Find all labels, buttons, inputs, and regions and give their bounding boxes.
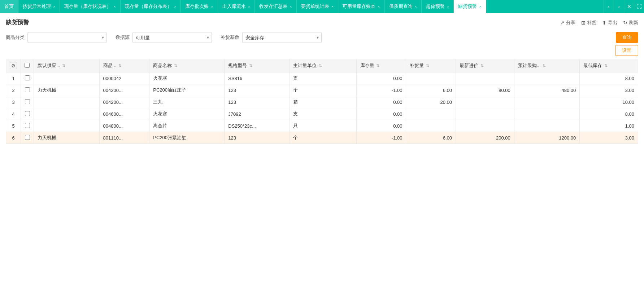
td-checkbox[interactable] — [21, 72, 34, 84]
td-row-num: 4 — [6, 108, 21, 120]
nav-tab-home[interactable]: 首页 — [0, 0, 18, 13]
filter-left: 商品分类 数据源 可用量 库存量 — [6, 32, 609, 47]
td-checkbox[interactable] — [21, 96, 34, 108]
nav-tab-inventory-status[interactable]: 现存量（库存状况表） × — [60, 0, 120, 13]
td-code: 0000042 — [99, 72, 149, 84]
refresh-button[interactable]: ↻ 刷新 — [623, 19, 638, 26]
sort-code-icon: ⇅ — [118, 63, 122, 68]
query-button[interactable]: 查询 — [616, 32, 638, 43]
category-label: 商品分类 — [6, 34, 25, 41]
datasource-select[interactable]: 可用量 库存量 — [132, 32, 212, 43]
close-exception-tab[interactable]: × — [53, 4, 55, 9]
row-checkbox[interactable] — [25, 135, 30, 140]
th-checkbox[interactable] — [21, 59, 34, 72]
nav-expand-button[interactable]: ⛶ — [634, 0, 644, 13]
td-supplier: 力天机械 — [34, 132, 100, 144]
td-supplier — [34, 108, 100, 120]
td-est-purchase — [514, 120, 580, 132]
filter-row-1: 商品分类 数据源 可用量 库存量 — [6, 32, 609, 43]
close-available-ledger-tab[interactable]: × — [378, 4, 380, 9]
nav-tab-collect-summary[interactable]: 收发存汇总表 × — [255, 0, 296, 13]
nav-tab-available-ledger[interactable]: 可用量库存账本 × — [338, 0, 384, 13]
td-code: 801110... — [99, 132, 149, 144]
category-select[interactable] — [27, 32, 107, 43]
th-latest-price[interactable]: 最新进价 ⇅ — [456, 59, 514, 72]
row-checkbox[interactable] — [25, 123, 30, 128]
close-inout-tab[interactable]: × — [248, 4, 250, 9]
table-row: 1 0000042 火花塞 SS816 支 0.00 8.00 — [6, 72, 638, 84]
close-inventory-status-tab[interactable]: × — [113, 4, 116, 9]
close-inventory-dist-tab[interactable]: × — [174, 4, 176, 9]
sort-est-purchase-icon: ⇅ — [543, 63, 546, 68]
row-checkbox[interactable] — [25, 111, 30, 116]
th-spec[interactable]: 规格型号 ⇅ — [225, 59, 290, 72]
close-expiry-tab[interactable]: × — [415, 4, 417, 9]
td-checkbox[interactable] — [21, 84, 34, 96]
header-actions: ↗ 分享 ⊞ 补货 ⬆ 导出 ↻ 刷新 — [560, 19, 638, 26]
th-replenish[interactable]: 补货量 ⇅ — [406, 59, 456, 72]
th-est-purchase[interactable]: 预计采购... ⇅ — [514, 59, 580, 72]
td-checkbox[interactable] — [21, 120, 34, 132]
td-replenish: 20.00 — [406, 96, 456, 108]
row-checkbox[interactable] — [25, 99, 30, 104]
replenish-base-select[interactable]: 安全库存 最低库存 — [242, 32, 322, 43]
nav-tab-expiry[interactable]: 保质期查询 × — [385, 0, 422, 13]
nav-close-button[interactable]: ✕ — [624, 0, 634, 13]
filter-right: 查询 设置 — [615, 32, 638, 56]
close-overstock-tab[interactable]: × — [447, 4, 449, 9]
td-replenish — [406, 108, 456, 120]
select-all-checkbox[interactable] — [25, 63, 30, 68]
td-row-num: 3 — [6, 96, 21, 108]
table-row: 2 力天机械 004200... PC200油缸庄子 123 个 -1.00 6… — [6, 84, 638, 96]
th-min-stock[interactable]: 最低库存 ⇅ — [580, 59, 638, 72]
replenish-button[interactable]: ⊞ 补货 — [581, 19, 596, 26]
td-replenish: 6.00 — [406, 84, 456, 96]
close-order-stats-tab[interactable]: × — [331, 4, 334, 9]
row-checkbox[interactable] — [25, 87, 30, 92]
page-title: 缺货预警 — [6, 19, 560, 26]
close-collect-tab[interactable]: × — [290, 4, 292, 9]
td-name: 三九 — [149, 96, 225, 108]
export-button[interactable]: ⬆ 导出 — [602, 19, 617, 26]
close-batch-tab[interactable]: × — [211, 4, 213, 9]
sort-spec-icon: ⇅ — [249, 63, 252, 68]
close-shortage-tab[interactable]: × — [479, 4, 481, 9]
nav-tab-order-stats[interactable]: 要货单统计表 × — [297, 0, 338, 13]
data-table: ⚙ 默认供应... ⇅ 商品... ⇅ 商品名称 ⇅ — [6, 59, 638, 144]
table-settings-icon[interactable]: ⚙ — [10, 62, 17, 69]
td-est-purchase: 480.00 — [514, 84, 580, 96]
nav-tab-batch-account[interactable]: 库存批次账 × — [181, 0, 218, 13]
navbar: 首页 拣货异常处理 × 现存量（库存状况表） × 现存量（库存分布表） × 库存… — [0, 0, 644, 13]
nav-tab-exception[interactable]: 拣货异常处理 × — [18, 0, 60, 13]
nav-tab-inventory-dist[interactable]: 现存量（库存分布表） × — [121, 0, 181, 13]
th-name[interactable]: 商品名称 ⇅ — [149, 59, 225, 72]
td-latest-price — [456, 96, 514, 108]
nav-next-button[interactable]: › — [614, 0, 624, 13]
td-code: 004200... — [99, 84, 149, 96]
td-est-purchase — [514, 72, 580, 84]
nav-tab-overstock[interactable]: 超储预警 × — [422, 0, 454, 13]
td-est-purchase — [514, 108, 580, 120]
td-name: 离合片 — [149, 120, 225, 132]
nav-tab-inout-flow[interactable]: 出入库流水 × — [218, 0, 255, 13]
td-min-stock: 1.00 — [580, 120, 638, 132]
td-checkbox[interactable] — [21, 132, 34, 144]
th-stock[interactable]: 库存量 ⇅ — [356, 59, 406, 72]
th-code[interactable]: 商品... ⇅ — [99, 59, 149, 72]
th-unit[interactable]: 主计量单位 ⇅ — [290, 59, 357, 72]
sort-supplier-icon: ⇅ — [62, 63, 65, 68]
row-checkbox[interactable] — [25, 75, 30, 80]
td-checkbox[interactable] — [21, 108, 34, 120]
th-supplier[interactable]: 默认供应... ⇅ — [34, 59, 100, 72]
td-latest-price — [456, 120, 514, 132]
table-row: 3 004200... 三九 123 箱 0.00 20.00 10.00 — [6, 96, 638, 108]
td-spec: 123 — [225, 96, 290, 108]
share-button[interactable]: ↗ 分享 — [560, 19, 575, 26]
nav-tab-shortage[interactable]: 缺货预警 × — [454, 0, 486, 13]
settings-button[interactable]: 设置 — [615, 45, 638, 56]
sort-replenish-icon: ⇅ — [426, 63, 429, 68]
td-latest-price: 80.00 — [456, 84, 514, 96]
sort-name-icon: ⇅ — [174, 63, 177, 68]
th-settings[interactable]: ⚙ — [6, 59, 21, 72]
nav-prev-button[interactable]: ‹ — [604, 0, 614, 13]
